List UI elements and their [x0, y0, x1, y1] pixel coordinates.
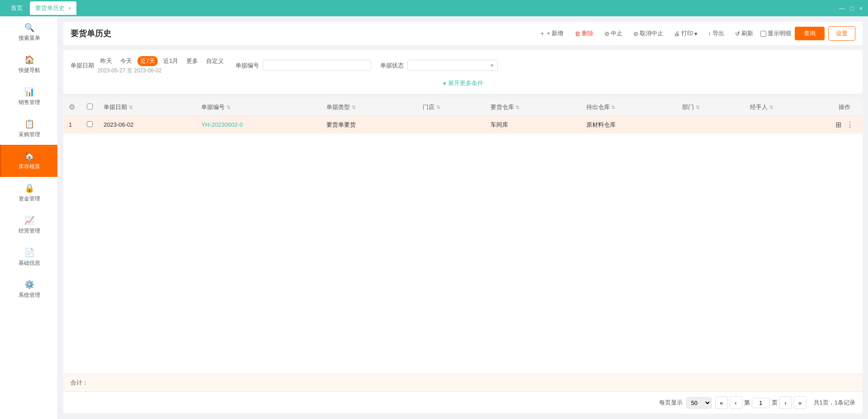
sidebar-item-label: 采购管理 [19, 131, 40, 138]
page-title: 要货单历史 [71, 28, 111, 39]
shortcut-today[interactable]: 今天 [118, 56, 135, 66]
per-page-select[interactable]: 50 10 20 100 [686, 397, 712, 409]
page-label: 第 [744, 399, 750, 407]
pagination-nav: « ‹ 第 页 › » [715, 396, 807, 409]
expand-icon: ▾ [443, 80, 446, 87]
view-action-icon[interactable]: ⊞ [834, 120, 843, 129]
date-filter: 单据日期 昨天 今天 近7天 近1月 更多 自定义 2023-05-27 至 2… [71, 56, 226, 75]
status-input[interactable] [411, 62, 491, 69]
expand-more-button[interactable]: ▾ 展开更多条件 [71, 79, 855, 87]
date-label: 单据日期 [71, 62, 94, 70]
sidebar-item-quick-nav[interactable]: 🏠 快捷导航 [0, 48, 57, 81]
cancel-stop-icon: ⊘ [633, 30, 638, 37]
next-page-button[interactable]: › [779, 396, 792, 409]
sidebar-item-search-menu[interactable]: 🔍 搜索菜单 [0, 16, 57, 48]
th-store: 门店 ⇅ [417, 98, 485, 116]
page-unit: 页 [772, 399, 778, 407]
bill-no-input[interactable] [263, 60, 371, 71]
th-bill-no: 单据编号 ⇅ [196, 98, 321, 116]
row-checkbox[interactable] [87, 121, 93, 127]
page-number-input[interactable] [752, 398, 770, 408]
sidebar-item-base-info[interactable]: 📄 基础信息 [0, 241, 57, 273]
maximize-button[interactable]: □ [850, 5, 854, 12]
window-controls: — □ × [839, 5, 863, 12]
cell-checkbox [81, 116, 98, 133]
shortcut-yesterday[interactable]: 昨天 [98, 56, 115, 66]
sort-pendwh-icon[interactable]: ⇅ [611, 105, 615, 110]
active-tab[interactable]: 要货单历史 × [30, 1, 76, 15]
sort-handler-icon[interactable]: ⇅ [769, 105, 774, 110]
refresh-button[interactable]: ↺ 刷新 [731, 28, 757, 39]
prev-page-button[interactable]: ‹ [730, 396, 742, 409]
table-footer: 合计： [63, 374, 863, 391]
sort-store-icon[interactable]: ⇅ [436, 105, 440, 110]
close-button[interactable]: × [859, 5, 863, 12]
cell-date: 2023-06-02 [98, 116, 196, 133]
sidebar-item-finance[interactable]: 🔒 资金管理 [0, 177, 57, 209]
status-dropdown-icon[interactable]: ▾ [491, 62, 494, 69]
cell-seq: 1 [63, 116, 81, 133]
th-bill-type: 单据类型 ⇅ [321, 98, 417, 116]
sidebar-item-system[interactable]: ⚙️ 系统管理 [0, 273, 57, 305]
last-page-button[interactable]: » [794, 396, 807, 409]
shortcut-7days[interactable]: 近7天 [137, 56, 158, 66]
sort-date-icon[interactable]: ⇅ [129, 105, 133, 110]
page-header: 要货单历史 ＋ + 新增 🗑 删除 ⊘ 中止 ⊘ 取消中止 [63, 22, 863, 45]
print-button[interactable]: 🖨 打印 ▾ [670, 28, 701, 39]
first-page-button[interactable]: « [715, 396, 728, 409]
th-pending-warehouse: 待出仓库 ⇅ [581, 98, 677, 116]
cell-pending-warehouse: 原材料仓库 [581, 116, 677, 133]
new-button[interactable]: ＋ + 新增 [536, 28, 567, 39]
date-range-display: 2023-05-27 至 2023-06-02 [98, 67, 226, 75]
sidebar: 🔍 搜索菜单 🏠 快捷导航 📊 销售管理 📋 采购管理 🏠 库存核算 🔒 资金管… [0, 16, 58, 419]
th-settings: ⚙ [63, 98, 81, 116]
cell-action: ⊞ ⋮ [826, 116, 863, 133]
sort-type-icon[interactable]: ⇅ [352, 105, 356, 110]
delete-button[interactable]: 🗑 删除 [571, 28, 597, 39]
sidebar-item-label: 系统管理 [19, 291, 40, 299]
sidebar-item-sales[interactable]: 📊 销售管理 [0, 81, 57, 113]
shortcut-1month[interactable]: 近1月 [160, 56, 181, 66]
main-layout: 🔍 搜索菜单 🏠 快捷导航 📊 销售管理 📋 采购管理 🏠 库存核算 🔒 资金管… [0, 16, 868, 419]
system-icon: ⚙️ [24, 280, 34, 290]
display-cell-checkbox[interactable] [760, 31, 766, 37]
home-icon: 🏠 [24, 55, 34, 65]
display-cell-button[interactable]: 显示明细 [760, 29, 791, 38]
query-button[interactable]: 查询 [795, 27, 825, 40]
settings-button[interactable]: 设置 [828, 26, 855, 41]
export-button[interactable]: ↑ 导出 [705, 28, 728, 39]
search-menu-icon: 🔍 [24, 23, 34, 33]
home-tab[interactable]: 首页 [5, 1, 28, 15]
status-filter: 单据状态 ▾ [380, 60, 498, 71]
table-container: ⚙ 单据日期 ⇅ 单据编号 ⇅ [63, 98, 863, 414]
select-all-checkbox[interactable] [87, 104, 93, 110]
content-area: 要货单历史 ＋ + 新增 🗑 删除 ⊘ 中止 ⊘ 取消中止 [58, 16, 868, 419]
sort-billno-icon[interactable]: ⇅ [226, 105, 231, 110]
cancel-stop-button[interactable]: ⊘ 取消中止 [630, 28, 667, 39]
sidebar-item-purchase[interactable]: 📋 采购管理 [0, 113, 57, 145]
sort-dept-icon[interactable]: ⇅ [696, 105, 700, 110]
status-label: 单据状态 [380, 62, 404, 70]
sort-reqwh-icon[interactable]: ⇅ [515, 105, 519, 110]
table-row: 1 2023-06-02 YH-20230602-0 要货单要货 车间库 原材料… [63, 116, 863, 133]
more-action-icon[interactable]: ⋮ [844, 120, 855, 129]
refresh-icon: ↺ [735, 30, 740, 37]
inventory-icon: 🏠 [24, 151, 34, 161]
bill-no-label: 单据编号 [236, 62, 259, 70]
shortcut-more[interactable]: 更多 [184, 56, 201, 66]
tab-close-icon[interactable]: × [68, 5, 71, 11]
cell-department [677, 116, 745, 133]
sidebar-item-inventory[interactable]: 🏠 库存核算 [0, 145, 57, 177]
stop-button[interactable]: ⊘ 中止 [601, 28, 626, 39]
th-req-warehouse: 要货仓库 ⇅ [485, 98, 581, 116]
cell-store [417, 116, 485, 133]
export-icon: ↑ [708, 30, 712, 37]
shortcut-custom[interactable]: 自定义 [203, 56, 226, 66]
th-action: 操作 [826, 98, 863, 116]
print-dropdown-icon: ▾ [694, 30, 698, 37]
total-info: 共1页，1条记录 [814, 399, 855, 407]
bill-no-link[interactable]: YH-20230602-0 [201, 121, 243, 128]
sidebar-item-operation[interactable]: 📈 经营管理 [0, 209, 57, 241]
column-settings-icon[interactable]: ⚙ [69, 103, 75, 111]
minimize-button[interactable]: — [839, 5, 845, 12]
